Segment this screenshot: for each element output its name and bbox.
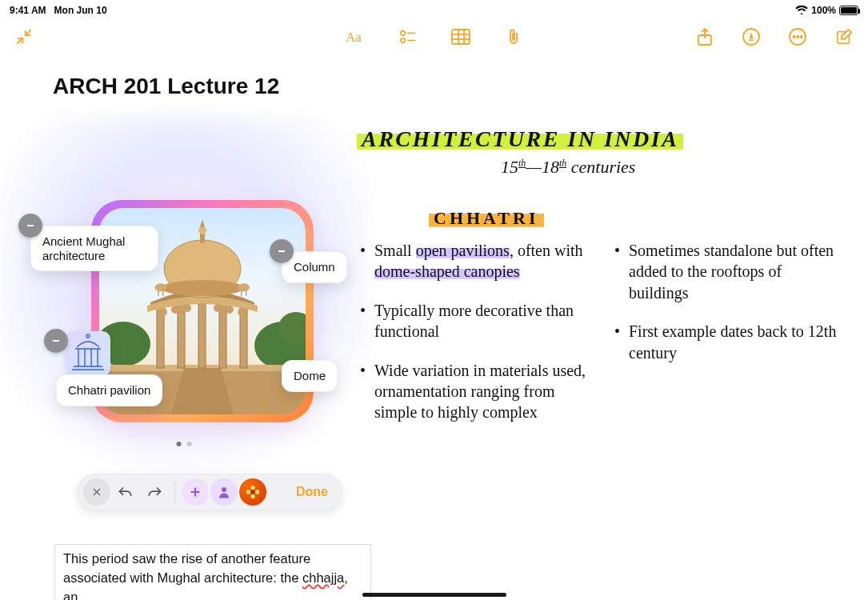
tag-label: Chhatri pavilion bbox=[68, 383, 150, 397]
hw-text: Small bbox=[374, 242, 416, 259]
svg-point-16 bbox=[800, 36, 802, 38]
note-title[interactable]: ARCH 201 Lecture 12 bbox=[53, 74, 279, 99]
typed-paragraph[interactable]: This period saw the rise of another feat… bbox=[54, 544, 371, 600]
misspelled-word[interactable]: chhajja bbox=[302, 570, 344, 585]
svg-point-34 bbox=[226, 306, 234, 314]
person-icon[interactable] bbox=[210, 478, 238, 506]
svg-text:Aa: Aa bbox=[346, 30, 362, 45]
svg-rect-42 bbox=[158, 290, 158, 295]
markup-icon[interactable] bbox=[742, 27, 761, 46]
tag-chhatri-pavilion[interactable]: Chhatri pavilion bbox=[56, 374, 162, 406]
attachment-icon[interactable] bbox=[504, 27, 523, 46]
more-icon[interactable] bbox=[788, 27, 807, 46]
handwriting-area[interactable]: ARCHITECTURE IN INDIA 15th—18th centurie… bbox=[357, 126, 845, 542]
table-icon[interactable] bbox=[451, 27, 470, 46]
page-dots[interactable] bbox=[177, 442, 192, 446]
svg-point-30 bbox=[171, 306, 179, 314]
svg-point-31 bbox=[183, 304, 191, 312]
wifi-icon bbox=[795, 5, 808, 17]
svg-point-3 bbox=[400, 38, 405, 43]
svg-rect-43 bbox=[162, 290, 163, 295]
svg-point-14 bbox=[793, 36, 794, 38]
hw-main-title: ARCHITECTURE IN INDIA bbox=[357, 126, 683, 152]
hw-text: , often with bbox=[510, 242, 583, 259]
status-bar: 9:41 AM Mon Jun 10 100% bbox=[0, 0, 868, 19]
image-playground-toolbar: Done bbox=[77, 474, 342, 510]
svg-point-41 bbox=[155, 283, 166, 291]
svg-rect-50 bbox=[259, 387, 263, 414]
remove-tag-icon[interactable] bbox=[18, 214, 42, 238]
svg-point-40 bbox=[198, 226, 206, 234]
svg-point-73 bbox=[250, 490, 255, 494]
svg-point-60 bbox=[86, 334, 90, 338]
tag-column[interactable]: Column bbox=[282, 251, 347, 283]
image-playground-card: Ancient Mughal architecture Column Chhat… bbox=[22, 139, 346, 475]
top-toolbar: Aa bbox=[0, 19, 868, 54]
compose-icon[interactable] bbox=[834, 27, 854, 46]
share-icon[interactable] bbox=[695, 27, 714, 46]
hw-bullet: Typically more decorative than functiona… bbox=[360, 300, 587, 342]
tag-dome[interactable]: Dome bbox=[282, 360, 338, 392]
svg-point-32 bbox=[198, 303, 206, 311]
hw-ordinal: th bbox=[518, 158, 526, 169]
hw-sub-part: centuries bbox=[566, 157, 635, 177]
svg-point-38 bbox=[161, 280, 244, 296]
status-time: 9:41 AM bbox=[10, 5, 46, 16]
tag-label: Ancient Mughal architecture bbox=[42, 234, 125, 262]
close-icon[interactable] bbox=[83, 478, 110, 506]
battery-pct: 100% bbox=[811, 5, 836, 16]
svg-point-44 bbox=[238, 283, 250, 291]
svg-point-1 bbox=[400, 31, 405, 36]
home-indicator[interactable] bbox=[362, 593, 506, 597]
svg-rect-5 bbox=[452, 30, 470, 44]
battery-icon bbox=[839, 6, 858, 15]
hw-column-right: Sometimes standalone but often added to … bbox=[614, 240, 842, 441]
hw-ordinal: th bbox=[559, 158, 566, 169]
typed-line: This period saw the rise of another feat… bbox=[63, 551, 310, 566]
chhatri-thumbnail[interactable] bbox=[66, 331, 110, 376]
remove-tag-icon[interactable] bbox=[270, 239, 294, 263]
undo-icon[interactable] bbox=[112, 478, 139, 506]
svg-point-72 bbox=[246, 490, 251, 494]
svg-rect-46 bbox=[246, 290, 246, 295]
page-dot[interactable] bbox=[177, 442, 182, 446]
hw-sub-part: —18 bbox=[526, 157, 559, 177]
svg-point-35 bbox=[238, 308, 246, 316]
done-button[interactable]: Done bbox=[288, 485, 336, 499]
svg-point-29 bbox=[159, 308, 167, 316]
svg-point-69 bbox=[250, 486, 255, 490]
add-element-icon[interactable] bbox=[182, 478, 209, 506]
svg-point-68 bbox=[222, 487, 226, 492]
hw-subtitle: 15th—18th centuries bbox=[501, 157, 845, 178]
status-date: Mon Jun 10 bbox=[54, 5, 107, 16]
hw-bullet: First example dates back to 12th century bbox=[614, 321, 842, 363]
redo-icon[interactable] bbox=[141, 478, 168, 506]
svg-point-33 bbox=[214, 304, 222, 312]
hw-bullet: Sometimes standalone but often added to … bbox=[614, 240, 842, 303]
hw-bullet: Wide variation in materials used, orname… bbox=[360, 360, 587, 423]
hw-bullet: Small open pavilions, often with dome-sh… bbox=[360, 240, 587, 282]
hw-section-heading: CHHATRI bbox=[429, 208, 544, 229]
tag-label: Column bbox=[294, 260, 335, 274]
hw-highlight: dome-shaped canopies bbox=[374, 262, 520, 280]
svg-point-71 bbox=[250, 494, 255, 499]
divider bbox=[174, 482, 175, 502]
tag-label: Dome bbox=[294, 369, 326, 382]
tag-ancient-mughal[interactable]: Ancient Mughal architecture bbox=[30, 226, 158, 271]
checklist-icon[interactable] bbox=[398, 27, 418, 46]
typed-line: associated with Mughal architecture: the bbox=[63, 570, 302, 585]
text-format-icon[interactable]: Aa bbox=[346, 27, 365, 46]
style-preset-icon[interactable] bbox=[239, 478, 266, 506]
svg-rect-45 bbox=[241, 290, 242, 295]
hw-sub-part: 15 bbox=[501, 157, 518, 177]
collapse-icon[interactable] bbox=[14, 27, 34, 46]
hw-column-left: Small open pavilions, often with dome-sh… bbox=[360, 240, 587, 441]
page-dot[interactable] bbox=[187, 442, 192, 446]
svg-point-15 bbox=[797, 36, 798, 38]
hw-highlight: open pavilions bbox=[416, 242, 510, 259]
svg-rect-51 bbox=[278, 386, 282, 414]
svg-point-70 bbox=[255, 490, 260, 494]
remove-tag-icon[interactable] bbox=[44, 329, 68, 353]
